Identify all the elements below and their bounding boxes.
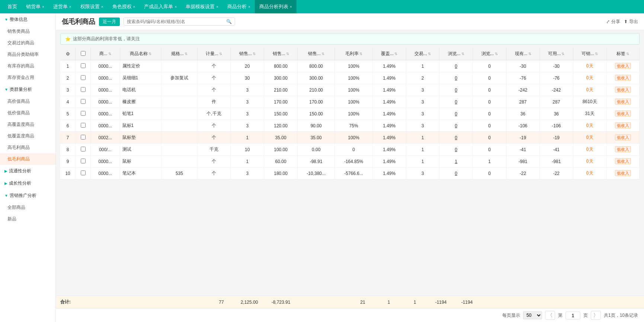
row-checkbox[interactable]	[76, 96, 91, 108]
row-checkbox[interactable]	[76, 108, 91, 120]
close-icon[interactable]: ×	[216, 5, 218, 9]
row-checkbox[interactable]	[76, 168, 91, 179]
search-input[interactable]	[127, 19, 226, 24]
sidebar-group-cluster-analysis[interactable]: ▼ 类群量分析	[0, 83, 55, 96]
row-view1[interactable]: 0	[439, 132, 473, 144]
th-view1[interactable]: 浏览...⇅	[439, 48, 473, 60]
nav-permission[interactable]: 权限设置 ×	[76, 0, 108, 13]
nav-product-inbound[interactable]: 产成品入库单 ×	[140, 0, 181, 13]
row-view1[interactable]: 1	[439, 156, 473, 168]
th-unit[interactable]: 计量...⇅	[197, 48, 231, 60]
sidebar-group-marketing[interactable]: ▼ 营销推广分析	[0, 189, 55, 202]
page-number-input[interactable]	[565, 312, 580, 319]
close-icon[interactable]: ×	[42, 5, 44, 9]
row-checkbox-input[interactable]	[81, 159, 86, 163]
th-code[interactable]: 商...⇅	[91, 48, 120, 60]
row-checkbox[interactable]	[76, 144, 91, 156]
sidebar-item-low-coverage[interactable]: 低覆盖度商品	[0, 130, 55, 142]
sidebar-item-inventory-capital[interactable]: 库存资金占用	[0, 72, 55, 83]
sidebar-item-sales-products[interactable]: 销售类商品	[0, 26, 55, 37]
close-icon[interactable]: ×	[69, 5, 71, 9]
nav-sales-order[interactable]: 销货单 ×	[22, 0, 49, 13]
sidebar-item-all-products[interactable]: 全部商品	[0, 202, 55, 213]
row-view1[interactable]: 0	[439, 96, 473, 108]
nav-role-auth[interactable]: 角色授权 ×	[108, 0, 140, 13]
th-sales-price[interactable]: 销售...⇅	[264, 48, 298, 60]
per-page-select[interactable]: 50 100 200	[523, 311, 542, 319]
nav-product-analysis[interactable]: 商品分析 ×	[223, 0, 255, 13]
row-view1[interactable]: 0	[439, 72, 473, 84]
row-view1[interactable]: 0	[439, 84, 473, 96]
th-coverage[interactable]: 覆盖...⇅	[372, 48, 406, 60]
th-view2[interactable]: 浏览...⇅	[473, 48, 506, 60]
close-icon[interactable]: ×	[248, 5, 250, 9]
th-salable[interactable]: 可销...⇅	[573, 48, 606, 60]
close-icon[interactable]: ×	[133, 5, 135, 9]
nav-product-analysis-list[interactable]: 商品分析列表 ×	[255, 0, 297, 13]
row-checkbox-input[interactable]	[81, 87, 86, 92]
search-icon[interactable]: 🔍	[226, 19, 232, 24]
select-all-checkbox[interactable]	[81, 51, 86, 56]
sidebar-item-in-stock[interactable]: 有库存的商品	[0, 60, 55, 72]
row-checkbox-input[interactable]	[81, 99, 86, 104]
row-checkbox[interactable]	[76, 156, 91, 168]
sidebar-group-circulation[interactable]: ▶ 流通性分析	[0, 165, 55, 177]
row-view1[interactable]: 0	[439, 168, 473, 179]
th-sales-amount[interactable]: 销售...⇅	[297, 48, 334, 60]
sidebar-item-high-value[interactable]: 高价值商品	[0, 96, 55, 107]
th-trade[interactable]: 交易...⇅	[406, 48, 439, 60]
date-filter-button[interactable]: 近一月	[99, 17, 120, 26]
th-tag[interactable]: 标签⇅	[606, 48, 639, 60]
sidebar-item-low-value[interactable]: 低价值商品	[0, 107, 55, 119]
row-checkbox-input[interactable]	[81, 147, 86, 152]
row-checkbox-input[interactable]	[81, 75, 86, 80]
sidebar-group-overview[interactable]: ▼ 整体信息	[0, 13, 55, 26]
row-checkbox-input[interactable]	[81, 63, 86, 68]
row-checkbox[interactable]	[76, 60, 91, 72]
row-gross-margin: -164.85%	[335, 156, 372, 168]
close-icon[interactable]: ×	[174, 5, 177, 9]
next-page-button[interactable]: 〉	[591, 311, 601, 320]
sidebar-group-growth[interactable]: ▶ 成长性分析	[0, 177, 55, 189]
row-checkbox[interactable]	[76, 84, 91, 96]
row-checkbox-input[interactable]	[81, 123, 86, 128]
row-view1[interactable]: 0	[439, 120, 473, 132]
th-checkbox[interactable]	[76, 48, 91, 60]
th-spec[interactable]: 规格...⇅	[161, 48, 197, 60]
nav-purchase-order[interactable]: 进货单 ×	[49, 0, 76, 13]
sidebar-item-category-sales-rate[interactable]: 商品分类助销率	[0, 49, 55, 60]
sidebar-item-low-margin[interactable]: 低毛利商品	[0, 153, 55, 165]
row-coverage: 1.49%	[372, 108, 406, 120]
th-available[interactable]: 可用...⇅	[539, 48, 573, 60]
nav-home[interactable]: 首页	[3, 0, 22, 13]
sidebar-item-new-products[interactable]: 新品	[0, 213, 55, 225]
page-title: 低毛利商品	[62, 17, 95, 26]
nav-template-settings[interactable]: 单据模板设置 ×	[181, 0, 223, 13]
row-checkbox-input[interactable]	[81, 170, 86, 175]
export-button[interactable]: ⬆ 导出	[624, 19, 638, 25]
row-checkbox[interactable]	[76, 72, 91, 84]
th-gross-margin[interactable]: 毛利率⇅	[335, 48, 372, 60]
row-view1[interactable]: 0	[439, 108, 473, 120]
sidebar-item-high-coverage[interactable]: 高覆盖度商品	[0, 119, 55, 130]
sidebar-item-traded-products[interactable]: 交易过的商品	[0, 37, 55, 49]
th-current[interactable]: 现有...⇅	[506, 48, 540, 60]
row-view1[interactable]: 0	[439, 144, 473, 156]
row-trade: 2	[406, 72, 439, 84]
share-button[interactable]: ⤤ 分享	[606, 19, 620, 25]
table-row: 10 0000... 笔记本 535 个 3 180.00 -10,380...…	[60, 168, 640, 179]
close-icon[interactable]: ×	[290, 5, 292, 9]
th-name[interactable]: 商品名称⇅	[120, 48, 161, 60]
row-checkbox-input[interactable]	[81, 135, 86, 140]
row-checkbox-input[interactable]	[81, 111, 86, 116]
prev-page-button[interactable]: 〈	[545, 311, 555, 320]
row-checkbox[interactable]	[76, 132, 91, 144]
row-view1[interactable]: 0	[439, 60, 473, 72]
th-sales-qty[interactable]: 销售...⇅	[231, 48, 264, 60]
row-spec	[161, 96, 197, 108]
tag-badge: 低收入	[615, 134, 631, 140]
sidebar-item-high-margin[interactable]: 高毛利商品	[0, 142, 55, 153]
th-settings[interactable]: ⚙	[60, 48, 76, 60]
close-icon[interactable]: ×	[101, 5, 103, 9]
row-checkbox[interactable]	[76, 120, 91, 132]
